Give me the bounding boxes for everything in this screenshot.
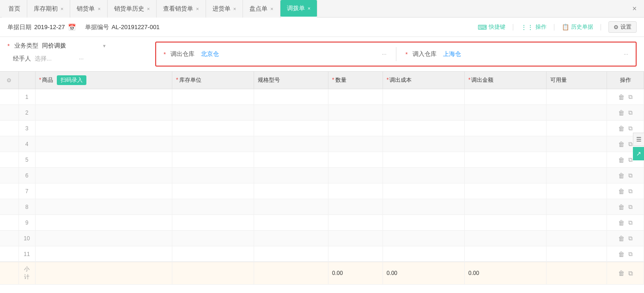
td-unit[interactable] bbox=[172, 215, 254, 231]
td-amount[interactable] bbox=[464, 246, 546, 262]
td-cost[interactable] bbox=[383, 183, 464, 199]
copy-row-icon[interactable]: ⧉ bbox=[628, 156, 632, 164]
td-amount[interactable] bbox=[464, 136, 546, 152]
window-close-button[interactable]: × bbox=[627, 5, 642, 13]
tab-purchase[interactable]: 进货单 × bbox=[206, 0, 243, 18]
copy-row-icon[interactable]: ⧉ bbox=[628, 250, 632, 258]
tab-home[interactable]: 首页 bbox=[2, 0, 27, 18]
td-available[interactable] bbox=[546, 105, 607, 121]
close-tab-view-sales[interactable]: × bbox=[196, 6, 199, 12]
history-docs-button[interactable]: 📋 历史单据 bbox=[562, 23, 593, 31]
subtotal-copy-icon[interactable]: ⧉ bbox=[628, 269, 633, 277]
td-qty[interactable] bbox=[328, 183, 383, 199]
td-cost[interactable] bbox=[383, 199, 464, 215]
td-goods[interactable] bbox=[35, 105, 172, 121]
td-cost[interactable] bbox=[383, 168, 464, 183]
close-tab-inventory-init[interactable]: × bbox=[61, 6, 63, 12]
copy-row-icon[interactable]: ⧉ bbox=[628, 203, 632, 211]
td-cost[interactable] bbox=[383, 231, 464, 246]
td-goods[interactable] bbox=[35, 136, 172, 152]
td-qty[interactable] bbox=[328, 105, 383, 121]
td-spec[interactable] bbox=[254, 152, 328, 168]
delete-row-icon[interactable]: 🗑 bbox=[618, 109, 625, 116]
td-cost[interactable] bbox=[383, 89, 464, 105]
delete-row-icon[interactable]: 🗑 bbox=[618, 235, 625, 242]
td-goods[interactable] bbox=[35, 89, 172, 105]
td-cost[interactable] bbox=[383, 105, 464, 121]
calendar-icon[interactable]: 📅 bbox=[68, 24, 76, 31]
settings-button[interactable]: ⚙ 设置 bbox=[608, 21, 637, 33]
td-available[interactable] bbox=[546, 215, 607, 231]
td-spec[interactable] bbox=[254, 168, 328, 183]
td-unit[interactable] bbox=[172, 231, 254, 246]
td-amount[interactable] bbox=[464, 215, 546, 231]
copy-row-icon[interactable]: ⧉ bbox=[628, 140, 632, 148]
delete-row-icon[interactable]: 🗑 bbox=[618, 188, 625, 195]
td-qty[interactable] bbox=[328, 136, 383, 152]
td-goods[interactable] bbox=[35, 215, 172, 231]
td-unit[interactable] bbox=[172, 246, 254, 262]
biz-type-dropdown[interactable]: ▾ bbox=[103, 43, 106, 49]
td-qty[interactable] bbox=[328, 168, 383, 183]
td-qty[interactable] bbox=[328, 152, 383, 168]
column-settings-icon[interactable]: ⚙ bbox=[6, 77, 12, 84]
td-qty[interactable] bbox=[328, 215, 383, 231]
delete-row-icon[interactable]: 🗑 bbox=[618, 203, 625, 211]
tab-view-sales[interactable]: 查看销货单 × bbox=[157, 0, 206, 18]
tab-sales-order[interactable]: 销货单 × bbox=[70, 0, 107, 18]
td-cost[interactable] bbox=[383, 121, 464, 136]
td-amount[interactable] bbox=[464, 168, 546, 183]
subtotal-delete-icon[interactable]: 🗑 bbox=[618, 269, 625, 277]
td-available[interactable] bbox=[546, 199, 607, 215]
copy-row-icon[interactable]: ⧉ bbox=[628, 109, 632, 116]
td-unit[interactable] bbox=[172, 89, 254, 105]
td-spec[interactable] bbox=[254, 121, 328, 136]
td-unit[interactable] bbox=[172, 183, 254, 199]
td-amount[interactable] bbox=[464, 152, 546, 168]
td-unit[interactable] bbox=[172, 152, 254, 168]
td-available[interactable] bbox=[546, 183, 607, 199]
td-spec[interactable] bbox=[254, 199, 328, 215]
td-goods[interactable] bbox=[35, 231, 172, 246]
td-cost[interactable] bbox=[383, 136, 464, 152]
copy-row-icon[interactable]: ⧉ bbox=[628, 172, 632, 179]
td-spec[interactable] bbox=[254, 231, 328, 246]
float-list-button[interactable]: ☰ bbox=[633, 133, 644, 146]
td-cost[interactable] bbox=[383, 152, 464, 168]
handler-value[interactable]: 选择... bbox=[35, 55, 72, 63]
delete-row-icon[interactable]: 🗑 bbox=[618, 140, 625, 148]
td-unit[interactable] bbox=[172, 168, 254, 183]
tab-transfer[interactable]: 调拨单 × bbox=[280, 0, 317, 18]
close-tab-sales-history[interactable]: × bbox=[147, 6, 150, 12]
quick-keys-button[interactable]: ⌨ 快捷键 bbox=[478, 23, 505, 31]
td-unit[interactable] bbox=[172, 199, 254, 215]
float-export-button[interactable]: ↗ bbox=[633, 147, 644, 160]
td-available[interactable] bbox=[546, 231, 607, 246]
copy-row-icon[interactable]: ⧉ bbox=[628, 219, 632, 226]
td-unit[interactable] bbox=[172, 105, 254, 121]
td-spec[interactable] bbox=[254, 183, 328, 199]
td-unit[interactable] bbox=[172, 121, 254, 136]
delete-row-icon[interactable]: 🗑 bbox=[618, 172, 625, 179]
td-spec[interactable] bbox=[254, 246, 328, 262]
tab-inventory-init[interactable]: 库存期初 × bbox=[27, 0, 70, 18]
close-tab-purchase[interactable]: × bbox=[233, 6, 236, 12]
td-goods[interactable] bbox=[35, 168, 172, 183]
delete-row-icon[interactable]: 🗑 bbox=[618, 93, 625, 101]
close-tab-transfer[interactable]: × bbox=[308, 6, 310, 11]
td-available[interactable] bbox=[546, 152, 607, 168]
td-spec[interactable] bbox=[254, 136, 328, 152]
td-goods[interactable] bbox=[35, 183, 172, 199]
td-available[interactable] bbox=[546, 168, 607, 183]
td-qty[interactable] bbox=[328, 246, 383, 262]
td-available[interactable] bbox=[546, 136, 607, 152]
td-goods[interactable] bbox=[35, 246, 172, 262]
close-tab-sales-order[interactable]: × bbox=[97, 6, 100, 12]
copy-row-icon[interactable]: ⧉ bbox=[628, 188, 632, 195]
delete-row-icon[interactable]: 🗑 bbox=[618, 125, 625, 132]
operations-button[interactable]: ⋮⋮ 操作 bbox=[521, 23, 547, 31]
td-amount[interactable] bbox=[464, 199, 546, 215]
td-goods[interactable] bbox=[35, 199, 172, 215]
td-goods[interactable] bbox=[35, 152, 172, 168]
td-amount[interactable] bbox=[464, 89, 546, 105]
